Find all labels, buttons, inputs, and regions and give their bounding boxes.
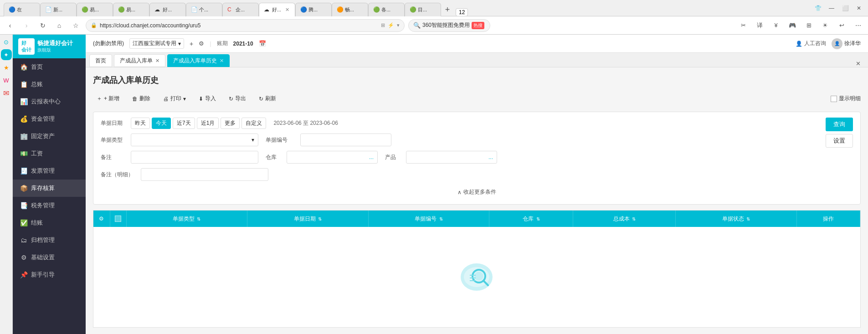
browser-sidebar-app1[interactable]: ⊙ xyxy=(1,36,12,47)
page-tab-stock-in-close[interactable]: ✕ xyxy=(155,58,159,64)
th-warehouse[interactable]: 仓库 ⇅ xyxy=(489,211,573,227)
sidebar-item-archive[interactable]: 🗂 归档管理 xyxy=(13,231,86,249)
translate-icon[interactable]: 译 xyxy=(753,19,766,32)
sidebar-item-settings[interactable]: ⚙ 基础设置 xyxy=(13,249,86,266)
theme-icon[interactable]: ☀ xyxy=(819,19,832,32)
add-company-button[interactable]: + xyxy=(190,40,193,47)
page-tab-history[interactable]: 产成品入库单历史 ✕ xyxy=(167,54,230,67)
browser-tab-8[interactable]: ☁ 好... ✕ xyxy=(259,3,295,16)
browser-tab-4[interactable]: 🟢 易... xyxy=(113,3,149,16)
shirt-icon[interactable]: 👕 xyxy=(812,3,823,14)
date-btn-today[interactable]: 今天 xyxy=(152,118,171,129)
company-settings-icon[interactable]: ⚙ xyxy=(199,40,204,47)
detail-remark-input[interactable] xyxy=(141,168,268,181)
browser-tab-5[interactable]: ☁ 好... xyxy=(149,3,186,16)
export-button[interactable]: ↻ 导出 xyxy=(225,93,250,104)
print-button[interactable]: 🖨 打印 ▾ xyxy=(159,93,190,104)
collapse-filter-button[interactable]: ∧ 收起更多条件 xyxy=(101,185,853,199)
address-bar[interactable]: 🔒 https://cloud.chanjet.com/accounting/u… xyxy=(86,19,405,32)
browser-sidebar-app4[interactable]: W xyxy=(1,75,12,86)
page-tab-home[interactable]: 首页 xyxy=(89,54,112,67)
minimize-button[interactable]: — xyxy=(826,3,837,14)
tab-icon-5: ☁ xyxy=(154,6,161,13)
browser-sidebar-app3[interactable]: ★ xyxy=(1,62,12,73)
page-tab-history-close[interactable]: ✕ xyxy=(220,58,224,64)
sidebar-item-home[interactable]: 🏠 首页 xyxy=(13,58,86,76)
query-button[interactable]: 查询 xyxy=(826,118,853,131)
page-tab-stock-in[interactable]: 产成品入库单 ✕ xyxy=(114,54,165,67)
th-doc-date[interactable]: 单据日期 ⇅ xyxy=(247,211,369,227)
th-doc-type[interactable]: 单据类型 ⇅ xyxy=(126,211,247,227)
calendar-icon[interactable]: 📅 xyxy=(259,40,266,47)
refresh-button[interactable]: ↻ 刷新 xyxy=(255,93,280,104)
th-checkbox[interactable] xyxy=(110,211,126,227)
browser-tab-3[interactable]: 🟢 易... xyxy=(77,3,113,16)
warehouse-ellipsis[interactable]: ... xyxy=(369,154,374,160)
scissor-icon[interactable]: ✂ xyxy=(737,19,750,32)
tab-icon-4: 🟢 xyxy=(118,6,124,13)
bookmark-button[interactable]: ☆ xyxy=(69,19,82,32)
user-profile[interactable]: 👤 徐泽华 xyxy=(832,38,861,49)
browser-tab-1[interactable]: 🔵 在 xyxy=(4,3,40,16)
date-btn-1month[interactable]: 近1月 xyxy=(197,118,219,129)
product-ellipsis[interactable]: ... xyxy=(488,154,493,160)
browser-tab-6[interactable]: 📄 个... xyxy=(186,3,222,16)
sidebar-item-tax[interactable]: 📑 税务管理 xyxy=(13,197,86,214)
browser-sidebar-app5[interactable]: ✉ xyxy=(1,87,12,98)
sidebar-item-payroll[interactable]: 💵 工资 xyxy=(13,145,86,162)
new-tab-button[interactable]: + xyxy=(441,4,454,16)
browser-tab-2[interactable]: 📄 新... xyxy=(40,3,77,16)
th-settings[interactable]: ⚙ xyxy=(93,211,110,227)
grid-view-icon[interactable]: ⊞ xyxy=(802,19,815,32)
restore-button[interactable]: ⬜ xyxy=(840,3,851,14)
sidebar-item-report[interactable]: 📊 云报表中心 xyxy=(13,93,86,110)
browser-search-box[interactable]: 🔍 360智能抠图免费用 热搜 xyxy=(408,19,490,32)
warehouse-select[interactable]: ... xyxy=(287,151,378,164)
sidebar-item-fund[interactable]: 💰 资金管理 xyxy=(13,110,86,128)
close-all-tabs-button[interactable]: ✕ xyxy=(852,60,864,67)
sidebar-item-ledger[interactable]: 📋 总账 xyxy=(13,76,86,93)
game-icon[interactable]: 🎮 xyxy=(786,19,799,32)
delete-button[interactable]: 🗑 删除 xyxy=(128,93,154,104)
close-button[interactable]: ✕ xyxy=(853,3,864,14)
settings-nav-icon[interactable]: ⋯ xyxy=(852,19,864,32)
home-nav-button[interactable]: ⌂ xyxy=(53,19,66,32)
user-service-button[interactable]: 👤 人工咨询 xyxy=(796,40,826,47)
sidebar-item-invoice[interactable]: 🧾 发票管理 xyxy=(13,162,86,180)
date-btn-yesterday[interactable]: 昨天 xyxy=(131,118,150,129)
undo-icon[interactable]: ↩ xyxy=(835,19,848,32)
back-button[interactable]: ‹ xyxy=(4,19,16,32)
date-btn-more[interactable]: 更多 xyxy=(221,118,240,129)
tab-close-8[interactable]: ✕ xyxy=(284,7,290,13)
product-select[interactable]: ... xyxy=(406,151,497,164)
th-doc-no[interactable]: 单据编号 ⇅ xyxy=(368,211,489,227)
sidebar-item-guide[interactable]: 📌 新手引导 xyxy=(13,266,86,283)
yen-icon[interactable]: ¥ xyxy=(770,19,782,32)
sidebar-item-inventory[interactable]: 📦 库存核算 xyxy=(13,180,86,197)
new-button[interactable]: ＋ + 新增 xyxy=(93,93,123,104)
company-selector[interactable]: 江西服宝测试专用 ▾ xyxy=(129,38,184,49)
select-all-checkbox[interactable] xyxy=(115,216,121,222)
refresh-nav-button[interactable]: ↻ xyxy=(36,19,49,32)
browser-tab-7[interactable]: C 企... xyxy=(222,3,259,16)
dropdown-icon[interactable]: ▾ xyxy=(397,22,400,28)
browser-tab-9[interactable]: 🔵 腾... xyxy=(295,3,332,16)
th-doc-status[interactable]: 单据状态 ⇅ xyxy=(676,211,797,227)
browser-tab-10[interactable]: 🟠 畅... xyxy=(332,3,368,16)
filter-settings-button[interactable]: 设置 xyxy=(826,134,853,148)
import-button[interactable]: ⬇ 导入 xyxy=(195,93,220,104)
date-btn-7days[interactable]: 近7天 xyxy=(173,118,195,129)
sidebar-item-closing[interactable]: ✅ 结账 xyxy=(13,214,86,231)
th-total-cost[interactable]: 总成本 ⇅ xyxy=(573,211,676,227)
show-detail-toggle[interactable]: 显示明细 xyxy=(831,95,861,103)
browser-tab-12[interactable]: 🟢 目... xyxy=(405,3,441,16)
show-detail-checkbox[interactable] xyxy=(831,96,837,102)
browser-sidebar-app2[interactable]: ✦ xyxy=(1,49,12,60)
browser-tab-11[interactable]: 🟢 各... xyxy=(368,3,405,16)
date-btn-custom[interactable]: 自定义 xyxy=(241,118,266,129)
remark-input[interactable] xyxy=(131,151,258,164)
forward-button[interactable]: › xyxy=(20,19,33,32)
sidebar-item-assets[interactable]: 🏢 固定资产 xyxy=(13,128,86,145)
doc-no-input[interactable] xyxy=(300,134,391,146)
type-filter-select[interactable]: ▾ xyxy=(131,134,258,146)
